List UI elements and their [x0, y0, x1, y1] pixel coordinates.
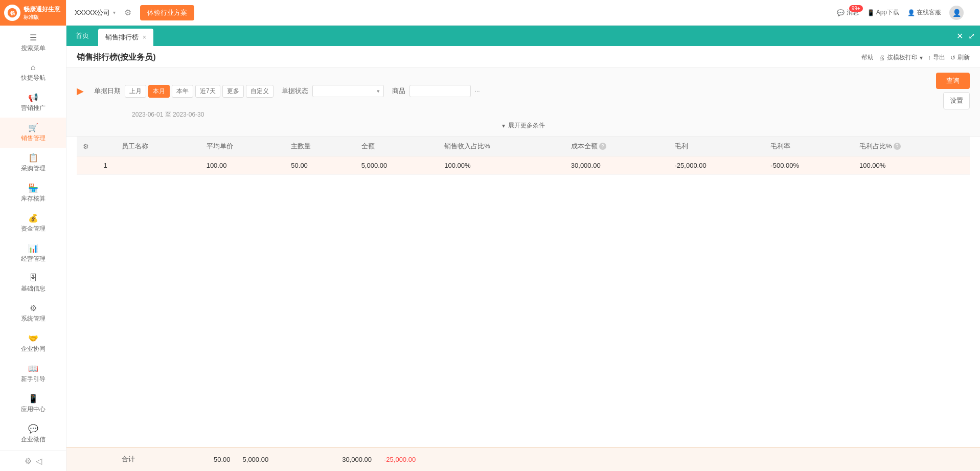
tab-label: 销售排行榜	[105, 33, 139, 42]
collapse-icon[interactable]: ◁	[36, 456, 42, 466]
page-content: 销售排行榜(按业务员) 帮助 🖨 按模板打印 ▾ ↑ 导出 ↺ 刷新	[66, 46, 980, 471]
sidebar-label-finance: 资金管理	[21, 225, 45, 233]
sidebar-label-collab: 企业协同	[21, 345, 45, 353]
sidebar-item-guide[interactable]: 📖 新手引导	[0, 358, 66, 389]
date-range-display: 2023-06-01 至 2023-06-30	[132, 110, 970, 119]
service-icon: 👤	[907, 9, 915, 16]
sidebar-label-inventory: 库存核算	[21, 194, 45, 203]
purchase-icon: 📋	[28, 153, 38, 163]
topbar: XXXXX公司 ▾ ⚙ 体验行业方案 💬 消息 99+ 📱 App下载 👤 在线…	[66, 0, 980, 26]
cost-info-icon[interactable]: ?	[599, 143, 606, 150]
sidebar-label-sales: 销售管理	[21, 134, 45, 143]
date-btn-7days[interactable]: 近7天	[195, 85, 220, 98]
col-sales-pct: 销售收入占比%	[438, 137, 565, 156]
message-badge: 99+	[849, 5, 863, 12]
footer-gross: -25,000.00	[378, 454, 422, 465]
sidebar-item-quick-nav[interactable]: ⌂ 快捷导航	[0, 58, 66, 87]
system-icon: ⚙	[30, 303, 37, 313]
app-icon: 📱	[867, 9, 875, 16]
col-gross-rate: 毛利率	[764, 137, 853, 156]
tabbar-close-icon[interactable]: ✕	[956, 31, 963, 41]
filter-collapse-icon[interactable]: ▶	[77, 85, 84, 97]
date-label: 单据日期	[94, 86, 121, 96]
avatar[interactable]: 👤	[949, 6, 964, 20]
topbar-settings-icon[interactable]: ⚙	[121, 6, 135, 20]
page-header: 销售排行榜(按业务员) 帮助 🖨 按模板打印 ▾ ↑ 导出 ↺ 刷新	[66, 46, 980, 68]
col-gross: 毛利	[669, 137, 765, 156]
help-button[interactable]: 帮助	[861, 53, 874, 62]
sidebar-item-wechat[interactable]: 💬 企业微信	[0, 419, 66, 449]
sidebar-label-search: 搜索菜单	[21, 44, 45, 53]
message-icon: 💬	[837, 9, 845, 16]
footer-label: 合计	[116, 453, 156, 466]
sidebar-label-wechat: 企业微信	[21, 435, 45, 444]
export-icon: ↑	[928, 54, 931, 61]
date-btn-custom[interactable]: 自定义	[246, 85, 274, 98]
settings-icon[interactable]: ⚙	[25, 456, 32, 466]
date-btn-last-month[interactable]: 上月	[125, 85, 146, 98]
online-service-button[interactable]: 👤 在线客服	[907, 8, 941, 17]
refresh-icon: ↺	[950, 54, 955, 61]
trial-button[interactable]: 体验行业方案	[140, 5, 194, 20]
sidebar-item-operation[interactable]: 📊 经营管理	[0, 238, 66, 268]
date-btn-this-year[interactable]: 本年	[172, 85, 193, 98]
status-select[interactable]	[312, 85, 384, 97]
sidebar-item-finance[interactable]: 💰 资金管理	[0, 208, 66, 238]
print-arrow-icon: ▾	[920, 54, 923, 61]
table-body: 1 100.00 50.00 5,000.00 100.00% 30,000.0…	[77, 156, 970, 175]
sidebar-item-basic[interactable]: 🗄 基础信息	[0, 268, 66, 298]
sidebar-item-apps[interactable]: 📱 应用中心	[0, 389, 66, 419]
goods-input[interactable]	[409, 85, 471, 97]
sidebar-footer: ⚙ ◁	[0, 451, 66, 471]
footer-cost: 30,000.00	[336, 454, 378, 465]
export-button[interactable]: ↑ 导出	[928, 53, 945, 62]
expand-icon: ▾	[502, 122, 505, 129]
company-selector[interactable]: XXXXX公司 ▾	[75, 8, 116, 17]
goods-filter: 商品 ···	[392, 85, 480, 97]
sidebar: 畅 畅康通好生意 标准版 ☰ 搜索菜单 ⌂ 快捷导航 📢 营销推广 🛒 销售管理…	[0, 0, 66, 471]
gross-pct-info-icon[interactable]: ?	[894, 143, 901, 150]
settings-button[interactable]: 设置	[943, 92, 970, 109]
refresh-button[interactable]: ↺ 刷新	[950, 53, 970, 62]
goods-more-icon[interactable]: ···	[475, 87, 480, 95]
query-button[interactable]: 查询	[936, 73, 970, 89]
sidebar-item-purchase[interactable]: 📋 采购管理	[0, 148, 66, 178]
apps-icon: 📱	[28, 394, 38, 403]
message-button[interactable]: 💬 消息 99+	[837, 8, 859, 17]
guide-icon: 📖	[28, 364, 38, 373]
tab-close-icon[interactable]: ×	[143, 34, 146, 41]
row-amount: 5,000.00	[355, 156, 439, 175]
sidebar-item-marketing[interactable]: 📢 营销推广	[0, 87, 66, 118]
tabbar-expand-icon[interactable]: ⤢	[968, 31, 975, 41]
tab-home[interactable]: 首页	[66, 26, 98, 46]
sidebar-item-collab[interactable]: 🤝 企业协同	[0, 328, 66, 358]
marketing-icon: 📢	[28, 93, 38, 102]
col-rank	[95, 137, 116, 156]
logo-text: 畅康通好生意	[24, 5, 60, 14]
main-content: XXXXX公司 ▾ ⚙ 体验行业方案 💬 消息 99+ 📱 App下载 👤 在线…	[66, 0, 980, 471]
table-row: 1 100.00 50.00 5,000.00 100.00% 30,000.0…	[77, 156, 970, 175]
sidebar-nav: ☰ 搜索菜单 ⌂ 快捷导航 📢 营销推广 🛒 销售管理 📋 采购管理 🏪 库存核…	[0, 26, 66, 451]
status-select-wrapper	[312, 85, 384, 97]
sidebar-label-apps: 应用中心	[21, 405, 45, 414]
collab-icon: 🤝	[28, 333, 38, 343]
sidebar-label-quick-nav: 快捷导航	[21, 74, 45, 82]
date-btn-more[interactable]: 更多	[222, 85, 244, 98]
basic-icon: 🗄	[29, 274, 37, 283]
sidebar-item-sales[interactable]: 🛒 销售管理	[0, 118, 66, 148]
table-footer: 合计 50.00 5,000.00 30,000.00 -25,000.00	[66, 447, 980, 471]
print-button[interactable]: 🖨 按模板打印 ▾	[879, 53, 923, 62]
sidebar-label-basic: 基础信息	[21, 284, 45, 293]
tab-sales-ranking[interactable]: 销售排行榜 ×	[98, 29, 153, 46]
col-cost: 成本全额 ?	[565, 137, 669, 156]
sidebar-label-guide: 新手引导	[21, 375, 45, 384]
sidebar-item-system[interactable]: ⚙ 系统管理	[0, 298, 66, 328]
row-rank: 1	[95, 156, 116, 175]
app-download-button[interactable]: 📱 App下载	[867, 8, 899, 17]
sidebar-item-search[interactable]: ☰ 搜索菜单	[0, 28, 66, 58]
date-btn-this-month[interactable]: 本月	[148, 85, 170, 98]
sidebar-item-inventory[interactable]: 🏪 库存核算	[0, 178, 66, 208]
operation-icon: 📊	[28, 243, 38, 253]
footer-amount: 5,000.00	[237, 454, 275, 465]
expand-more-btn[interactable]: ▾ 展开更多条件	[77, 119, 970, 131]
